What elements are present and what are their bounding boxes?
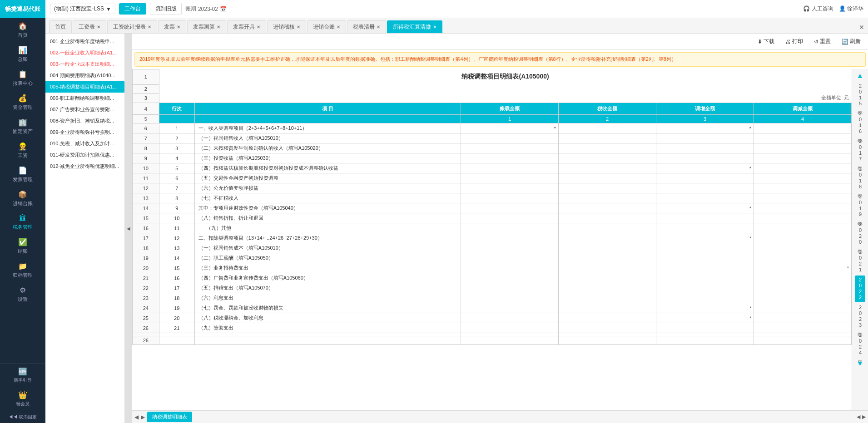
sheet-scroll-right[interactable]: ▶ xyxy=(141,414,145,420)
collapse-panel-button[interactable]: ◀ xyxy=(125,34,132,423)
table-row: 12 7 （六）公允价值变动净损益 xyxy=(133,183,852,193)
spreadsheet-table: 1 纳税调整项目明细表(A105000) 2 3 全额单位: 元 xyxy=(132,69,852,345)
sidebar-item-member[interactable]: 👑 畅会员 xyxy=(0,387,45,411)
close-tab-payroll-stats[interactable]: ✕ xyxy=(148,25,151,30)
table-row: 17 12 二、扣除类调整项目（13+14+...24+26+27+28+29+… xyxy=(133,233,852,243)
left-item-002[interactable]: 002-一般企业收入明细表(A1... xyxy=(45,47,124,59)
service-link[interactable]: 🎧 人工咨询 xyxy=(803,5,833,13)
close-all-tabs[interactable]: ✕ xyxy=(855,21,868,33)
tab-invoice[interactable]: 发票✕ xyxy=(158,20,186,33)
tab-income-tax[interactable]: 所得税汇算清缴✕ xyxy=(387,20,442,33)
sidebar-item-reports[interactable]: 📋 报表中心 xyxy=(0,66,45,90)
year-2021[interactable]: 2021年 xyxy=(856,248,864,275)
year-2020[interactable]: 2020年 xyxy=(856,220,864,247)
tab-invoice-open[interactable]: 发票开具✕ xyxy=(227,20,266,33)
sheet-scroll-left[interactable]: ◀ xyxy=(134,414,139,420)
payroll-icon: 👷 xyxy=(18,142,27,151)
tab-stock-check[interactable]: 进销稽核✕ xyxy=(267,20,306,33)
back-button[interactable]: 切到旧版 xyxy=(150,3,182,15)
sidebar-item-tax[interactable]: 🏛 税务管理 xyxy=(0,211,45,234)
year-2018[interactable]: 2018年 xyxy=(856,165,864,192)
tab-tax-list[interactable]: 税表清册✕ xyxy=(347,20,386,33)
bottom-scroll-left[interactable]: ◀ xyxy=(857,414,860,420)
sidebar: 畅捷通易代账 🏠 首页 📊 总账 📋 报表中心 💰 资金管理 🏢 固定资产 👷 … xyxy=(0,0,45,423)
tab-stock-ledger[interactable]: 进销台账✕ xyxy=(307,20,346,33)
year-2024[interactable]: 2024年 xyxy=(856,331,864,358)
tab-payroll[interactable]: 工资表✕ xyxy=(73,20,106,33)
sidebar-item-funds[interactable]: 💰 资金管理 xyxy=(0,90,45,114)
sidebar-item-close[interactable]: ✅ 结账 xyxy=(0,234,45,258)
year-2019[interactable]: 2019年 xyxy=(856,192,864,219)
user-info[interactable]: 👤 徐泽华 xyxy=(839,5,863,13)
year-2016[interactable]: 2016年 xyxy=(856,109,864,136)
sheet-scroll-area[interactable]: 1 纳税调整项目明细表(A105000) 2 3 全额单位: 元 xyxy=(132,69,852,410)
main-area: (物副) 江西股宝-LSS ▼ 工作台 切到旧版 账期 2023-02 📅 🎧 … xyxy=(45,0,868,423)
left-item-010[interactable]: 010-免税、减计收入及加计... xyxy=(45,138,124,149)
sidebar-item-assets[interactable]: 🏢 固定资产 xyxy=(0,114,45,138)
bottom-scroll-right[interactable]: ▶ xyxy=(862,414,866,420)
main-panel: ⬇ 下载 🖨 打印 ↺ 重置 🔄 刷新 2019年度涉及取以前年度继续数据的申报… xyxy=(132,34,868,423)
app-logo: 畅捷通易代账 xyxy=(0,0,45,18)
tab-payroll-stats[interactable]: 工资统计报表✕ xyxy=(107,20,157,33)
close-tab-stock-check[interactable]: ✕ xyxy=(297,25,300,30)
sidebar-item-guide[interactable]: 🆕 新手引导 xyxy=(0,364,45,387)
table-row: 10 5 （四）按权益法核算长期股权投资对初始投资成本调整确认收益 * xyxy=(133,163,852,173)
left-item-005[interactable]: 005-纳税调整项目明细表(A1... xyxy=(45,81,124,93)
left-item-006[interactable]: 006-职工薪酬纳税调整明细... xyxy=(45,93,124,104)
download-button[interactable]: ⬇ 下载 xyxy=(755,36,777,47)
year-2015[interactable]: 2015年 xyxy=(856,82,864,108)
sidebar-item-settings[interactable]: ⚙ 设置 xyxy=(0,282,45,306)
close-tab-income-tax[interactable]: ✕ xyxy=(433,25,436,30)
tab-invoice-calc[interactable]: 发票测算✕ xyxy=(187,20,226,33)
topbar: (物副) 江西股宝-LSS ▼ 工作台 切到旧版 账期 2023-02 📅 🎧 … xyxy=(45,0,868,18)
company-select[interactable]: (物副) 江西股宝-LSS ▼ xyxy=(50,4,115,14)
year-2023[interactable]: 2023年 xyxy=(856,303,864,330)
avatar-icon: 👤 xyxy=(839,5,846,12)
col-header-line: 行次 xyxy=(159,103,194,115)
close-tab-payroll[interactable]: ✕ xyxy=(97,25,100,30)
table-row: 16 11 （九）其他 xyxy=(133,223,852,233)
col-header-1: 账载全额 xyxy=(461,103,559,115)
table-header-row: 4 行次 项 目 账载全额 税收全额 调增全额 调减全额 xyxy=(133,103,852,115)
left-item-012[interactable]: 012-减免企业所得税优惠明细... xyxy=(45,161,124,172)
sidebar-item-stock[interactable]: 📦 进销台账 xyxy=(0,187,45,211)
left-item-001[interactable]: 001-企业所得税年度纳税申... xyxy=(45,36,124,47)
sheet-tab-adjust[interactable]: 纳税调整明细表 xyxy=(147,412,192,422)
refresh-button[interactable]: 🔄 刷新 xyxy=(839,36,863,47)
print-button[interactable]: 🖨 打印 xyxy=(783,36,806,47)
tab-home[interactable]: 首页 xyxy=(49,20,72,33)
bottom-strip: ◀ ▶ 纳税调整明细表 ◀ ▶ xyxy=(132,410,868,423)
sidebar-item-payroll[interactable]: 👷 工资 xyxy=(0,138,45,162)
content-area: 001-企业所得税年度纳税申... 002-一般企业收入明细表(A1... 00… xyxy=(45,34,868,423)
year-2022[interactable]: 2022年 xyxy=(855,275,865,302)
close-tab-tax-list[interactable]: ✕ xyxy=(377,25,380,30)
sidebar-item-archive[interactable]: 📁 归档管理 xyxy=(0,258,45,282)
left-item-004[interactable]: 004-期间费用明细表(A1040... xyxy=(45,70,124,81)
sidebar-item-ledger[interactable]: 📊 总账 xyxy=(0,42,45,66)
left-item-008[interactable]: 008-资产折旧、摊销及纳税... xyxy=(45,115,124,127)
topbar-right: 🎧 人工咨询 👤 徐泽华 xyxy=(803,5,863,13)
close-tab-invoice[interactable]: ✕ xyxy=(177,25,180,30)
unpin-button[interactable]: ◀◀ 取消固定 xyxy=(0,411,45,423)
close-tab-invoice-calc[interactable]: ✕ xyxy=(217,25,220,30)
workbench-button[interactable]: 工作台 xyxy=(119,3,146,15)
left-item-009[interactable]: 009-企业所得税弥补亏损明... xyxy=(45,127,124,138)
left-item-007[interactable]: 007-广告费和业务宣传费附... xyxy=(45,104,124,115)
close-tab-stock-ledger[interactable]: ✕ xyxy=(337,25,340,30)
col-header-2: 税收全额 xyxy=(559,103,656,115)
sidebar-item-home[interactable]: 🏠 首页 xyxy=(0,18,45,42)
calendar-icon[interactable]: 📅 xyxy=(220,6,227,12)
stock-icon: 📦 xyxy=(18,190,27,199)
col-header-item: 项 目 xyxy=(194,103,461,115)
sidebar-item-invoice[interactable]: 📄 发票管理 xyxy=(0,162,45,187)
headset-icon: 🎧 xyxy=(803,5,810,12)
reports-icon: 📋 xyxy=(18,70,27,79)
year-up-button[interactable]: ▲ xyxy=(856,71,865,81)
table-row: 15 10 （八）销售折扣、折让和退回 xyxy=(133,213,852,223)
close-tab-invoice-open[interactable]: ✕ xyxy=(257,25,260,30)
left-item-011[interactable]: 011-研发费用加计扣除优惠... xyxy=(45,149,124,161)
reset-button[interactable]: ↺ 重置 xyxy=(811,36,833,47)
year-2017[interactable]: 2017年 xyxy=(856,137,864,164)
year-down-button[interactable]: ▼ xyxy=(856,359,865,369)
left-item-003[interactable]: 003-一般企业成本支出明细... xyxy=(45,59,124,70)
